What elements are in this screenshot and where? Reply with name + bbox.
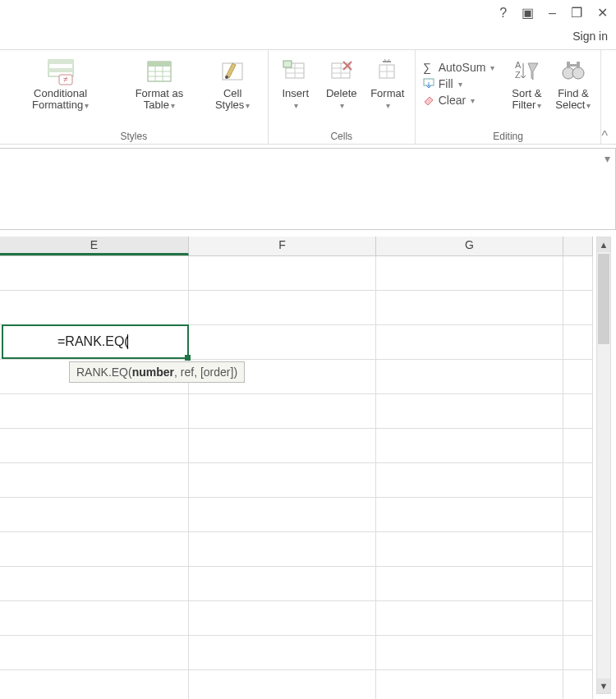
- formula-bar[interactable]: ▾: [0, 148, 616, 230]
- svg-point-32: [572, 67, 584, 79]
- svg-rect-2: [48, 68, 73, 72]
- svg-text:∑: ∑: [423, 61, 431, 74]
- scroll-thumb[interactable]: [598, 254, 609, 344]
- cell-styles-button[interactable]: Cell Styles▾: [205, 55, 261, 113]
- column-header-E[interactable]: E: [0, 237, 189, 255]
- group-styles: ≠ Conditional Formatting▾ Format as Tabl…: [0, 50, 269, 144]
- dropdown-caret-icon: ▾: [537, 101, 541, 110]
- column-header-F[interactable]: F: [189, 237, 376, 255]
- window-controls: ? ▣ – ❐ ✕: [499, 5, 608, 21]
- active-cell[interactable]: =RANK.EQ(: [2, 324, 189, 359]
- svg-text:Z: Z: [515, 70, 521, 80]
- dropdown-caret-icon: ▾: [171, 101, 175, 110]
- help-icon[interactable]: ?: [499, 6, 507, 21]
- svg-text:≠: ≠: [63, 75, 68, 84]
- group-cells: Insert▾ Delete▾: [269, 50, 416, 144]
- ribbon: ≠ Conditional Formatting▾ Format as Tabl…: [0, 49, 616, 145]
- signin-link[interactable]: Sign in: [572, 30, 608, 43]
- restore-icon[interactable]: ❐: [571, 5, 582, 21]
- collapse-ribbon-button[interactable]: ^: [601, 50, 616, 144]
- insert-cells-icon: [281, 57, 310, 86]
- binoculars-icon: [559, 57, 588, 86]
- function-tooltip[interactable]: RANK.EQ(number, ref, [order]): [69, 361, 245, 383]
- format-as-table-button[interactable]: Format as Table▾: [119, 55, 199, 113]
- group-label-styles: Styles: [121, 127, 148, 142]
- format-as-table-label: Format as Table: [136, 87, 184, 111]
- dropdown-caret-icon: ▾: [85, 101, 89, 110]
- cell-styles-icon: [218, 57, 247, 86]
- sort-filter-icon: A Z: [512, 57, 541, 86]
- dropdown-caret-icon: ▾: [586, 101, 591, 110]
- column-headers: E F G: [0, 237, 593, 256]
- clear-button[interactable]: Clear ▾: [422, 94, 495, 107]
- conditional-formatting-label: Conditional Formatting: [32, 87, 87, 111]
- format-cells-icon: [373, 57, 402, 86]
- tooltip-rest: , ref, [order]): [174, 366, 237, 379]
- column-header-G[interactable]: G: [376, 237, 563, 255]
- insert-label: Insert: [282, 87, 309, 99]
- fill-handle[interactable]: [185, 355, 191, 361]
- eraser-icon: [422, 94, 435, 107]
- svg-rect-6: [148, 62, 171, 67]
- dropdown-caret-icon: ▾: [294, 101, 298, 110]
- delete-label: Delete: [326, 87, 357, 99]
- svg-rect-1: [48, 60, 73, 64]
- dropdown-caret-icon: ▾: [386, 101, 390, 110]
- tooltip-current-arg[interactable]: number: [132, 366, 174, 379]
- svg-rect-35: [570, 64, 577, 67]
- fill-down-icon: [422, 77, 435, 90]
- find-select-button[interactable]: Find & Select▾: [552, 55, 594, 113]
- dropdown-caret-icon: ▾: [471, 96, 475, 105]
- expand-formula-bar-icon[interactable]: ▾: [605, 152, 610, 165]
- conditional-formatting-button[interactable]: ≠ Conditional Formatting▾: [7, 55, 114, 113]
- fill-label: Fill: [439, 77, 453, 90]
- active-cell-value: =RANK.EQ(: [57, 334, 129, 349]
- sigma-icon: ∑: [422, 61, 435, 74]
- clear-label: Clear: [439, 94, 466, 107]
- svg-rect-17: [283, 61, 292, 67]
- svg-text:A: A: [515, 60, 522, 70]
- vertical-scrollbar[interactable]: ▲ ▼: [596, 237, 611, 694]
- tooltip-fn: RANK.EQ: [76, 366, 128, 379]
- insert-button[interactable]: Insert▾: [275, 55, 316, 113]
- ribbon-display-options-icon[interactable]: ▣: [522, 5, 534, 21]
- group-label-cells: Cells: [330, 127, 352, 142]
- delete-button[interactable]: Delete▾: [321, 55, 362, 113]
- cell-styles-label: Cell Styles: [215, 87, 244, 111]
- sort-filter-button[interactable]: A Z Sort & Filter▾: [506, 55, 547, 113]
- format-as-table-icon: [145, 57, 174, 86]
- worksheet-grid[interactable]: E F G =RANK.EQ( RANK.EQ(number, ref, [or…: [0, 237, 593, 699]
- dropdown-caret-icon: ▾: [458, 80, 462, 89]
- group-label-editing: Editing: [493, 127, 523, 142]
- dropdown-caret-icon: ▾: [340, 101, 344, 110]
- autosum-label: AutoSum: [439, 61, 486, 74]
- column-header-blank[interactable]: [563, 237, 593, 255]
- conditional-formatting-icon: ≠: [46, 57, 76, 86]
- dropdown-caret-icon: ▾: [246, 101, 250, 110]
- svg-rect-33: [567, 62, 570, 68]
- minimize-icon[interactable]: –: [549, 6, 556, 21]
- dropdown-caret-icon: ▾: [490, 63, 494, 72]
- scroll-up-icon[interactable]: ▲: [597, 237, 610, 252]
- group-editing: ∑ AutoSum ▾ Fill ▾ Clear ▾ A Z: [416, 50, 602, 144]
- scroll-down-icon[interactable]: ▼: [597, 678, 610, 693]
- fill-button[interactable]: Fill ▾: [422, 77, 495, 90]
- format-label: Format: [370, 87, 404, 99]
- autosum-button[interactable]: ∑ AutoSum ▾: [422, 61, 495, 74]
- find-select-label: Find & Select: [555, 87, 588, 111]
- text-cursor: [127, 334, 128, 349]
- close-icon[interactable]: ✕: [597, 5, 608, 21]
- svg-rect-34: [577, 62, 580, 68]
- delete-cells-icon: [327, 57, 356, 86]
- format-button[interactable]: Format▾: [367, 55, 408, 113]
- svg-point-12: [225, 76, 228, 79]
